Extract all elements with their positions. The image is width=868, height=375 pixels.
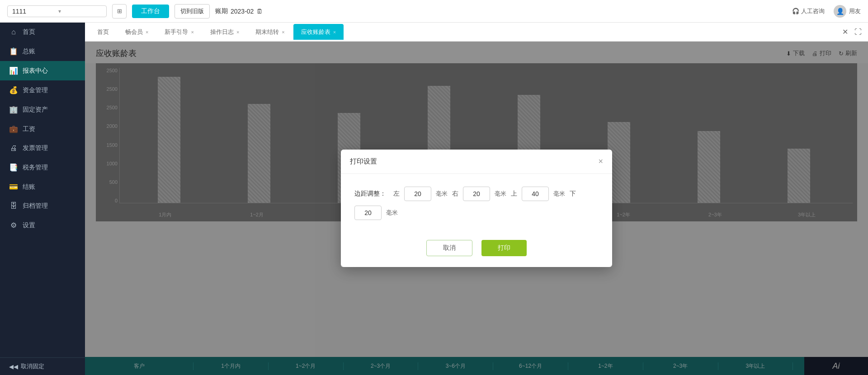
sidebar-item-label: 首页 [23,28,35,36]
right-label: 右 [452,190,458,198]
tab-label: 应收账龄表 [301,28,330,36]
sidebar-item-funds[interactable]: 💰 资金管理 [0,80,85,100]
margin-row: 边距调整： 左 毫米 右 毫米 上 毫米 下 毫米 [354,187,599,220]
headset-icon: 🎧 [792,8,799,14]
sidebar: ⌂ 首页📋 总账📊 报表中心💰 资金管理🏢 固定资产💼 工资🖨 发票管理📑 税务… [0,23,85,375]
calendar-icon[interactable]: 🗓 [256,8,263,15]
tab-member[interactable]: 畅会员× [118,24,156,40]
expand-button[interactable]: ⛶ [853,26,863,38]
collapse-icon: ◀◀ [9,363,18,370]
tab-label: 首页 [97,28,109,36]
bottom-label: 下 [570,190,576,198]
right-margin-input[interactable] [463,187,490,201]
sidebar-item-tax[interactable]: 📑 税务管理 [0,158,85,177]
company-select[interactable]: 1111 ▾ [7,5,107,17]
tab-oplog[interactable]: 操作日志× [203,24,247,40]
settings-icon: ⚙ [9,221,18,230]
sidebar-item-checkout[interactable]: 💳 结账 [0,177,85,197]
consult-button[interactable]: 🎧 人工咨询 [792,7,825,15]
copy-button[interactable]: ⊞ [112,4,127,19]
tab-close-icon[interactable]: × [146,29,148,35]
modal-overlay: 打印设置 × 边距调整： 左 毫米 右 毫米 上 [85,42,868,375]
header-right: 🎧 人工咨询 👤 用友 [792,5,861,18]
modal-close-button[interactable]: × [598,157,603,166]
ledger-icon: 📋 [9,47,18,56]
period-label: 账期 [215,7,228,15]
funds-icon: 💰 [9,86,18,94]
cancel-button[interactable]: 取消 [426,240,472,256]
sidebar-item-assets[interactable]: 🏢 固定资产 [0,100,85,119]
tabs-bar: 首页畅会员×新手引导×操作日志×期末结转×应收账龄表× ✕ ⛶ [85,23,868,42]
sidebar-item-settings[interactable]: ⚙ 设置 [0,216,85,235]
consult-label: 人工咨询 [801,7,825,15]
main-content: 首页畅会员×新手引导×操作日志×期末结转×应收账龄表× ✕ ⛶ 应收账龄表 ⬇ … [85,23,868,375]
sidebar-item-label: 结账 [23,183,35,191]
tab-close-icon[interactable]: × [282,29,284,35]
period-value: 2023-02 [231,8,254,15]
copy-icon: ⊞ [117,8,122,14]
top-unit: 毫米 [553,190,565,198]
sidebar-item-invoice[interactable]: 🖨 发票管理 [0,139,85,158]
modal-body: 边距调整： 左 毫米 右 毫米 上 毫米 下 毫米 [341,174,612,233]
close-all-tabs-button[interactable]: ✕ [840,26,850,38]
switch-old-button[interactable]: 切到旧版 [175,4,210,19]
top-header: 1111 ▾ ⊞ 工作台 切到旧版 账期 2023-02 🗓 🎧 人工咨询 👤 … [0,0,868,23]
user-icon: 👤 [836,8,844,15]
page-area: 应收账龄表 ⬇ 下载 🖨 打印 ↻ 刷新 [85,42,868,375]
sidebar-item-salary[interactable]: 💼 工资 [0,119,85,139]
sidebar-item-label: 工资 [23,125,35,133]
tab-home[interactable]: 首页 [90,24,117,40]
left-unit: 毫米 [436,190,448,198]
sidebar-item-archive[interactable]: 🗄 归档管理 [0,197,85,216]
modal-footer: 取消 打印 [341,233,612,267]
sidebar-bottom: ◀◀ 取消固定 [0,357,85,375]
collapse-button[interactable]: ◀◀ 取消固定 [0,358,85,375]
bottom-unit: 毫米 [386,209,398,217]
chevron-down-icon: ▾ [58,8,102,14]
tab-label: 期末结转 [255,28,279,36]
print-settings-modal: 打印设置 × 边距调整： 左 毫米 右 毫米 上 [341,150,612,267]
left-label: 左 [393,190,400,198]
invoice-icon: 🖨 [9,144,18,152]
checkout-icon: 💳 [9,183,18,191]
bottom-margin-input[interactable] [354,206,382,220]
sidebar-item-label: 税务管理 [23,164,48,172]
archive-icon: 🗄 [9,202,18,210]
sidebar-item-label: 报表中心 [23,67,48,75]
sidebar-item-label: 设置 [23,221,35,230]
left-margin-input[interactable] [404,187,431,201]
tab-period_end[interactable]: 期末结转× [248,24,292,40]
tab-close-icon[interactable]: × [191,29,193,35]
top-margin-input[interactable] [522,187,549,201]
sidebar-item-label: 发票管理 [23,144,48,152]
sidebar-item-reports[interactable]: 📊 报表中心 [0,61,85,80]
tab-label: 畅会员 [125,28,143,36]
sidebar-item-ledger[interactable]: 📋 总账 [0,42,85,61]
company-name: 1111 [12,8,56,15]
user-area[interactable]: 👤 用友 [834,5,861,18]
assets-icon: 🏢 [9,105,18,114]
sidebar-item-label: 归档管理 [23,202,48,210]
tab-close-icon[interactable]: × [333,29,336,35]
margin-label: 边距调整： [354,190,386,198]
tab-ar_aging[interactable]: 应收账龄表× [293,24,344,40]
sidebar-item-home[interactable]: ⌂ 首页 [0,23,85,42]
salary-icon: 💼 [9,125,18,133]
confirm-print-button[interactable]: 打印 [481,240,527,256]
reports-icon: 📊 [9,66,18,75]
sidebar-item-label: 固定资产 [23,106,48,114]
main-layout: ⌂ 首页📋 总账📊 报表中心💰 资金管理🏢 固定资产💼 工资🖨 发票管理📑 税务… [0,23,868,375]
modal-header: 打印设置 × [341,150,612,174]
sidebar-item-label: 资金管理 [23,86,48,94]
top-label: 上 [511,190,517,198]
modal-title: 打印设置 [350,157,377,166]
collapse-label: 取消固定 [21,362,44,370]
workbench-button[interactable]: 工作台 [132,5,169,18]
tab-close-icon[interactable]: × [236,29,239,35]
tab-guide[interactable]: 新手引导× [157,24,201,40]
avatar: 👤 [834,5,846,18]
sidebar-item-label: 总账 [23,47,35,56]
tax-icon: 📑 [9,163,18,172]
home-icon: ⌂ [9,28,18,36]
tab-actions: ✕ ⛶ [840,26,863,38]
